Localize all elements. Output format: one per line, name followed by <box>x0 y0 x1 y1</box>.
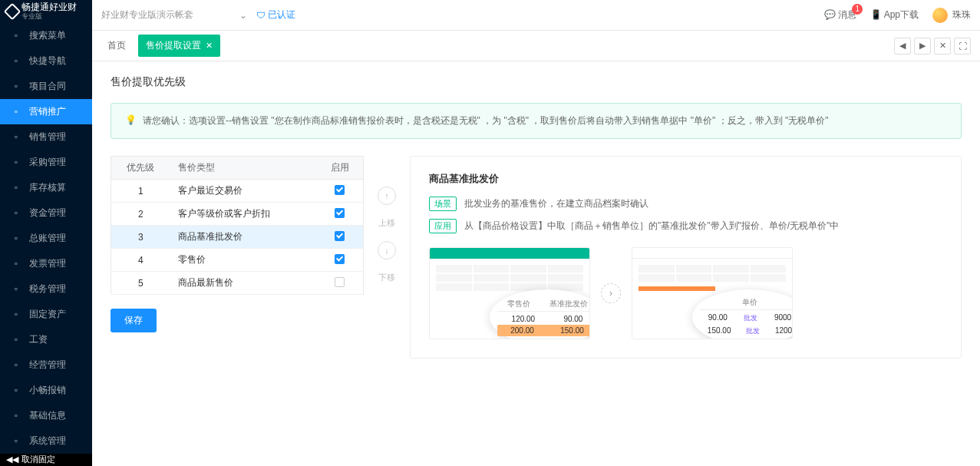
save-button[interactable]: 保存 <box>111 309 157 332</box>
sidebar-item-label: 固定资产 <box>29 308 66 321</box>
tab-home[interactable]: 首页 <box>101 39 132 52</box>
report-icon: ▫ <box>11 385 21 395</box>
sidebar-item-label: 工资 <box>29 333 48 346</box>
brand-name: 畅捷通好业财 <box>21 2 77 12</box>
biz-icon: ▫ <box>11 359 21 370</box>
table-row[interactable]: 4零售价 <box>111 249 364 272</box>
tab-close-all-button[interactable]: ✕ <box>934 38 951 55</box>
tab-prev-button[interactable]: ◀ <box>894 38 911 55</box>
user-menu[interactable]: 珠珠 <box>932 8 971 23</box>
enable-checkbox[interactable] <box>335 277 345 287</box>
brand-logo: 畅捷通好业财 专业版 <box>0 0 92 23</box>
detail-title: 商品基准批发价 <box>429 172 942 186</box>
scene-text: 批发业务的基准售价，在建立商品档案时确认 <box>464 197 648 211</box>
close-icon[interactable]: ✕ <box>206 41 213 51</box>
sidebar-item-label: 项目合同 <box>29 80 66 93</box>
topbar: 好业财专业版演示帐套 ⌄ 🛡 已认证 💬 消息 1 📱 App下载 <box>92 0 980 31</box>
sidebar-item-7[interactable]: ▫资金管理 <box>0 200 92 226</box>
sidebar-item-15[interactable]: ▫基础信息 <box>0 403 92 428</box>
row-priority: 2 <box>111 203 170 226</box>
sidebar-item-5[interactable]: ▫采购管理 <box>0 150 92 175</box>
sidebar-item-label: 系统管理 <box>29 435 66 448</box>
sidebar-item-label: 小畅报销 <box>29 384 66 397</box>
sidebar-item-label: 营销推广 <box>29 105 66 118</box>
enable-checkbox[interactable] <box>335 185 345 195</box>
move-down-button[interactable]: ↓ <box>378 241 396 259</box>
mock-right: 单价 90.00批发9000 150.00批发1200 <box>632 247 793 339</box>
content: 售价提取优先级 💡 请您确认：选项设置--销售设置 "您在制作商品标准销售报价表… <box>92 61 980 466</box>
enable-checkbox[interactable] <box>335 254 345 264</box>
search-icon: ▫ <box>11 30 21 41</box>
messages-count: 1 <box>852 4 863 15</box>
sidebar-item-16[interactable]: ▫系统管理 <box>0 428 92 454</box>
cart-icon: ▫ <box>11 131 21 142</box>
row-type: 商品基准批发价 <box>170 226 317 249</box>
move-up-button[interactable]: ↑ <box>378 187 396 205</box>
chevron-down-icon: ⌄ <box>239 10 247 21</box>
bag-icon: ▫ <box>11 157 21 167</box>
salary-icon: ▫ <box>11 334 21 345</box>
table-row[interactable]: 3商品基准批发价 <box>111 226 364 249</box>
sidebar-item-label: 搜索菜单 <box>29 29 66 42</box>
sidebar-item-label: 库存核算 <box>29 181 66 194</box>
row-type: 客户最近交易价 <box>170 180 317 203</box>
col-enable: 启用 <box>317 157 364 180</box>
table-row[interactable]: 5商品最新售价 <box>111 272 364 295</box>
sidebar-item-9[interactable]: ▫发票管理 <box>0 251 92 276</box>
tab-next-button[interactable]: ▶ <box>914 38 931 55</box>
table-row[interactable]: 1客户最近交易价 <box>111 180 364 203</box>
sidebar-item-label: 销售管理 <box>29 131 66 144</box>
row-priority: 3 <box>111 226 170 249</box>
tabbar: 首页 售价提取设置 ✕ ◀ ▶ ✕ ⛶ <box>92 31 980 61</box>
sidebar-item-0[interactable]: ▫搜索菜单 <box>0 23 92 48</box>
sidebar-item-11[interactable]: ▫固定资产 <box>0 302 92 327</box>
apply-tag: 应用 <box>429 219 457 233</box>
sys-icon: ▫ <box>11 435 21 446</box>
row-priority: 4 <box>111 249 170 272</box>
sidebar-item-13[interactable]: ▫经营管理 <box>0 352 92 378</box>
sidebar-item-label: 快捷导航 <box>29 55 66 68</box>
sidebar-item-12[interactable]: ▫工资 <box>0 327 92 352</box>
verified-badge: 🛡 已认证 <box>256 8 295 21</box>
bubble-target: 单价 90.00批发9000 150.00批发1200 <box>692 289 793 339</box>
gift-icon: ▫ <box>11 106 21 117</box>
app-download-button[interactable]: 📱 App下载 <box>870 8 919 21</box>
sidebar-item-label: 总账管理 <box>29 232 66 245</box>
doc-icon: ▫ <box>11 81 21 91</box>
messages-button[interactable]: 💬 消息 1 <box>824 8 856 21</box>
sidebar: 畅捷通好业财 专业版 ▫搜索菜单▫快捷导航▫项目合同▫营销推广▫销售管理▫采购管… <box>0 0 92 466</box>
app-download-label: App下载 <box>884 9 919 20</box>
pin-toggle[interactable]: ◀◀ 取消固定 <box>0 454 92 466</box>
page-title: 售价提取优先级 <box>111 75 962 89</box>
sidebar-item-label: 基础信息 <box>29 409 66 422</box>
enable-checkbox[interactable] <box>335 231 345 241</box>
diagram: 零售价基准批发价 120.0090.00 200.00150.00 › <box>429 247 942 339</box>
sidebar-item-2[interactable]: ▫项目合同 <box>0 74 92 99</box>
tip-text: 请您确认：选项设置--销售设置 "您在制作商品标准销售报价表时，是含税还是无税"… <box>143 114 828 127</box>
enable-checkbox[interactable] <box>335 208 345 218</box>
chat-icon: 💬 <box>824 9 836 20</box>
ledger-icon: ▫ <box>11 233 21 243</box>
fullscreen-button[interactable]: ⛶ <box>954 38 971 55</box>
table-row[interactable]: 2客户等级价或客户折扣 <box>111 203 364 226</box>
invoice-icon: ▫ <box>11 258 21 269</box>
tab-active[interactable]: 售价提取设置 ✕ <box>138 35 220 57</box>
sidebar-item-label: 采购管理 <box>29 156 66 169</box>
box-icon: ▫ <box>11 182 21 193</box>
sidebar-item-1[interactable]: ▫快捷导航 <box>0 48 92 74</box>
avatar <box>932 8 948 23</box>
sidebar-item-label: 发票管理 <box>29 257 66 270</box>
row-priority: 1 <box>111 180 170 203</box>
shield-icon: 🛡 <box>256 10 266 21</box>
row-type: 客户等级价或客户折扣 <box>170 203 317 226</box>
sidebar-item-8[interactable]: ▫总账管理 <box>0 226 92 251</box>
col-type: 售价类型 <box>170 157 317 180</box>
sidebar-item-14[interactable]: ▫小畅报销 <box>0 378 92 403</box>
sidebar-item-10[interactable]: ▫税务管理 <box>0 276 92 302</box>
sidebar-item-6[interactable]: ▫库存核算 <box>0 175 92 200</box>
sidebar-item-4[interactable]: ▫销售管理 <box>0 124 92 150</box>
detail-panel: 商品基准批发价 场景 批发业务的基准售价，在建立商品档案时确认 应用 从【商品价… <box>410 156 962 359</box>
lightbulb-icon: 💡 <box>125 114 137 127</box>
sidebar-item-3[interactable]: ▫营销推广 <box>0 99 92 124</box>
account-selector[interactable]: 好业财专业版演示帐套 ⌄ <box>101 8 247 21</box>
